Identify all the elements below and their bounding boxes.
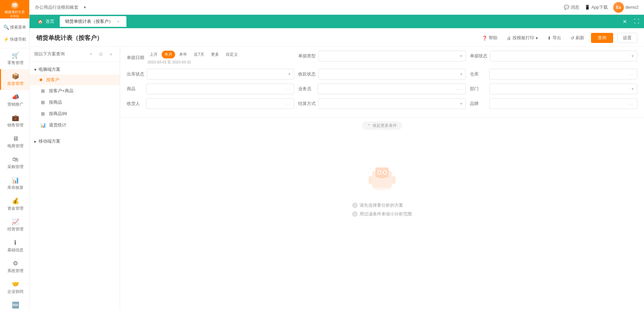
basic-icon: ℹ [12,239,19,246]
refresh-btn[interactable]: ↺ 刷新 [568,34,587,42]
brand-input[interactable]: ··· [489,98,637,109]
app-logo-text: 畅捷通好生意 [5,10,25,14]
tab-close-all-btn[interactable]: ✕ [620,17,629,26]
industry-dropdown[interactable]: ▾ [84,5,86,10]
type-input[interactable]: ▾ [318,51,466,61]
svg-point-8 [384,171,386,173]
page-header: 销货单统计表（按客户） ❓ 帮助 🖨 按模板打印 ▾ ⬇ 导出 [30,28,644,47]
scheme-item-by-customer[interactable]: 按客户 [30,74,120,85]
staff-label: 业务员 [298,86,315,92]
group-collapsed-icon: ▸ [34,139,37,144]
page-title: 销货单统计表（按客户） [36,34,103,42]
sidebar-item-retail[interactable]: 🛒 零售管理 [0,48,30,69]
sidebar-item-marketing[interactable]: 📣 营销推广 [0,90,30,111]
help-btn[interactable]: ❓ 帮助 [479,34,500,42]
type-chevron-icon: ▾ [460,54,462,58]
sidebar-item-inventory[interactable]: 📊 库存核算 [0,173,30,194]
app-logo[interactable]: 畅捷通好生意 标推版 [0,0,30,18]
out-status-chevron-icon: ▾ [288,72,290,76]
chevron-down-icon: ▾ [84,5,86,10]
date-tab-this-year[interactable]: 本年 [176,51,190,58]
export-btn[interactable]: ⬇ 导出 [545,34,564,42]
tab-fullscreen-btn[interactable]: ⛶ [632,17,641,26]
settings-scheme-btn[interactable]: ⊙ [97,50,105,58]
date-tab-more[interactable]: 更多 [208,51,222,58]
enterprise-icon: 🤝 [12,280,19,288]
warehouse-label: 仓库 [470,71,487,77]
industry-title: 办公用品行业模拟账套 [35,4,78,10]
search-menu-item[interactable]: 🔍 搜索菜单 [1,21,28,33]
scheme-item-by-goods[interactable]: ⊞ 按商品 [30,97,120,108]
svg-rect-9 [369,176,372,184]
scheme-section-mobile: ▸ 移动端方案 [30,134,120,149]
warehouse-input[interactable]: ··· [489,69,637,80]
sidebar-item-operations[interactable]: 📈 经营管理 [0,215,30,236]
sidebar-item-ecommerce[interactable]: 🖥 电商管理 [0,132,30,152]
status-input[interactable]: ▾ [490,51,637,61]
date-tab-7days[interactable]: 近7天 [191,51,207,58]
sidebar-item-enterprise[interactable]: 🤝 企业协同 [0,277,30,298]
pay-status-input[interactable]: ▾ [318,69,466,80]
svg-point-11 [372,185,392,190]
collapse-panel-btn[interactable]: « [107,50,115,58]
sidebar-item-finance[interactable]: 💰 资金管理 [0,194,30,215]
out-status-input[interactable]: ▾ [147,69,294,80]
topbar-right: 💬 消息 📱 App下载 Ea demo2 [564,2,639,13]
out-status-label: 出库状态 [127,71,144,77]
date-filter: 上月 本月 本年 近7天 更多 自定义 2023-03-01 至 2023-03… [147,51,294,65]
settle-input[interactable]: ▾ [318,98,466,109]
scheme-group-pc[interactable]: ▾ 电脑端方案 [30,64,120,74]
collapse-more-conditions-btn[interactable]: ⌃ 收起更多条件 [362,121,402,130]
finance-icon: 💰 [12,197,19,205]
tab-sales-stats[interactable]: 销货单统计表（按客户） × [60,16,126,27]
sidebar-item-wholesale[interactable]: 📦 批发管理 [0,69,30,90]
add-scheme-btn[interactable]: ＋ [87,50,95,58]
tab-home[interactable]: 🏠 首页 [32,16,60,27]
tab-close-btn[interactable]: × [116,19,121,24]
sidebar-item-newbie[interactable]: 🆕 新手引导 [0,298,30,310]
retail-icon: 🛒 [12,52,19,59]
sidebar-item-system[interactable]: ⚙ 系统管理 [0,256,30,277]
status-label: 单据状态 [470,53,487,59]
query-btn[interactable]: 查询 [591,33,613,43]
pay-status-chevron-icon: ▾ [460,72,462,76]
brand-label: 品牌 [470,101,487,107]
date-tab-custom[interactable]: 自定义 [223,51,240,58]
help-icon: ❓ [482,36,487,41]
sidebar-item-purchase[interactable]: 🛍 采购管理 [0,152,30,173]
scheme-item-by-goods99[interactable]: ⊞ 按商品99 [30,108,120,119]
staff-input[interactable]: ··· [318,84,466,94]
page-inner: 销货单统计表（按客户） ❓ 帮助 🖨 按模板打印 ▾ ⬇ 导出 [30,28,644,310]
svg-point-14 [368,172,369,173]
operations-icon: 📈 [12,218,19,225]
filter-field-recipient: 收货人 ··· [127,98,294,109]
empty-state: 1 请先选择要分析的方案 2 用过滤条件来缩小分析范围 [120,134,644,239]
settings-btn[interactable]: 设置 [617,33,637,43]
sidebar-item-basic[interactable]: ℹ 基础信息 [0,236,30,256]
purchase-icon: 🛍 [12,156,19,163]
user-profile[interactable]: Ea demo2 [613,2,639,13]
app-download-btn[interactable]: 📱 App下载 [585,4,608,10]
scheme-group-mobile[interactable]: ▸ 移动端方案 [30,136,120,146]
date-range: 2023-03-01 至 2023-03-31 [147,60,294,65]
quick-nav-item[interactable]: ⚡ 快捷导航 [1,33,28,45]
sidebar-search-section: 🔍 搜索菜单 ⚡ 快捷导航 [0,18,29,48]
recipient-input[interactable]: ··· [146,98,294,109]
scheme-item-return-stats[interactable]: 📊 退货统计 [30,119,120,131]
filter-field-type: 单据类型 ▾ [298,51,466,61]
ecommerce-icon: 🖥 [12,135,19,142]
date-tab-last-month[interactable]: 上月 [147,51,160,58]
message-icon: 💬 [564,5,569,10]
svg-point-2 [15,4,16,5]
dept-input[interactable]: ▾ [489,84,637,94]
filter-field-warehouse: 仓库 ··· [470,69,637,80]
filter-panel-header: 按以下方案查询 ＋ ⊙ « [30,47,120,62]
query-area: 单据日期 上月 本月 本年 近7天 更多 自定义 [120,47,644,310]
message-btn[interactable]: 💬 消息 [564,4,579,10]
scheme-item-by-customer-goods[interactable]: ⊞ 按客户+商品 [30,85,120,97]
print-btn[interactable]: 🖨 按模板打印 ▾ [504,34,541,42]
status-chevron-icon: ▾ [632,54,634,58]
sidebar-item-sales[interactable]: 💼 销售管理 [0,111,30,132]
goods-input[interactable]: ··· [146,84,294,94]
date-tab-this-month[interactable]: 本月 [162,51,175,58]
